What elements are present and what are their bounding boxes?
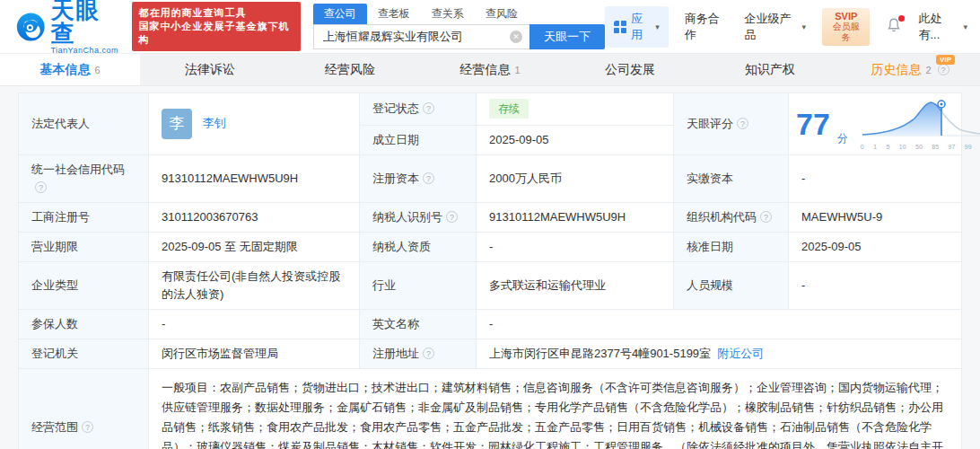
table-row: 登记机关 闵行区市场监督管理局 注册地址? 上海市闵行区申昆路2377号4幢90… [19,339,962,369]
tab-label: 法律诉讼 [185,62,235,78]
enterprise-products-label: 企业级产品 [744,11,798,43]
insured-count-label-cell: 参保人数 [19,310,149,339]
username-label: 此处有... [918,11,959,43]
tab-label: 知识产权 [745,62,795,78]
taxpayer-quality-label-cell: 纳税人资质 [360,233,477,262]
approval-date-label-cell: 核准日期 [674,233,789,262]
reg-status-label-cell: 登记状态? [360,93,477,126]
taxpayer-quality-value-cell: - [477,233,674,262]
staff-size-value-cell: - [789,262,962,310]
search-tab-relation[interactable]: 查关系 [421,4,475,24]
help-icon[interactable]: ? [423,102,434,114]
apps-label: 应用 [631,11,651,43]
reg-address-value-cell: 上海市闵行区申昆路2377号4幢901-5199室 附近公司 [477,339,962,369]
help-icon[interactable]: ? [737,118,748,129]
user-account-menu[interactable]: 此处有... ▾ [918,11,967,43]
est-date-value-cell: 2025-09-05 [477,125,674,155]
avatar[interactable]: 李 [162,109,192,139]
help-icon[interactable]: ? [423,172,434,184]
tianyancha-logo-icon [16,12,45,42]
table-row: 营业期限 2025-09-05 至 无固定期限 纳税人资质 - 核准日期 202… [19,233,962,262]
help-icon[interactable]: ? [423,348,434,359]
tab-label: 经营信息 [459,62,510,78]
table-row: 经营范围? 一般项目：农副产品销售；货物进出口；技术进出口；建筑材料销售；信息咨… [19,369,962,449]
enterprise-products-menu[interactable]: 企业级产品 ▾ [744,11,806,43]
staff-size-label-cell: 人员规模 [674,262,789,310]
business-scope-label-cell: 经营范围? [19,369,149,449]
apps-menu-button[interactable]: 应用 ▾ [605,6,669,48]
tab-company-development[interactable]: 公司发展 [560,54,700,85]
company-type-label-cell: 企业类型 [19,262,149,310]
tab-business-info[interactable]: 经营信息 1 [420,54,560,85]
svip-label: SVIP [829,11,862,22]
insured-count-value-cell: - [149,310,360,339]
tab-legal-proceedings[interactable]: 法律诉讼 [140,54,280,85]
help-icon[interactable]: ? [446,211,458,223]
svip-member-button[interactable]: SVIP 会员服务 [822,8,870,46]
credit-code-value-cell: 91310112MAEWHW5U9H [149,155,360,203]
tianyancha-logo[interactable]: 天眼查 TianYanCha.com [16,0,123,55]
reg-authority-label-cell: 登记机关 [19,339,149,369]
legal-rep-link[interactable]: 李钊 [203,116,226,129]
legal-rep-value-cell: 李 李钊 [149,93,360,155]
score-label-cell: 天眼评分? [674,93,789,155]
tab-count: 1 [514,65,520,75]
reg-capital-value-cell: 2000万人民币 [477,155,674,203]
search-button[interactable]: 天眼一下 [529,24,605,49]
help-icon[interactable]: ? [82,421,93,433]
company-info-table: 法定代表人 李 李钊 登记状态? 存续 天眼评分? 77 分 [18,92,962,449]
brand-slogan: 都在用的商业查询工具 国家中小企业发展子基金旗下机构 [132,2,301,51]
help-icon[interactable]: ? [938,64,949,75]
industry-label-cell: 行业 [360,262,477,310]
english-name-value-cell: - [477,310,962,339]
taxpayer-id-value-cell: 91310112MAEWHW5U9H [477,203,674,233]
apps-grid-icon [614,21,626,33]
reg-status-value-cell: 存续 [477,93,674,126]
paid-capital-value-cell: - [789,155,962,203]
reg-capital-label-cell: 注册资本? [360,155,477,203]
reg-authority-value-cell: 闵行区市场监督管理局 [149,339,360,369]
top-header: 天眼查 TianYanCha.com 都在用的商业查询工具 国家中小企业发展子基… [0,0,980,54]
table-row: 企业类型 有限责任公司(非自然人投资或控股的法人独资) 行业 多式联运和运输代理… [19,262,962,310]
score-axis-ticks: 01 510 5085 9799 100 [861,144,980,151]
score-distribution-chart: 01 510 5085 9799 100 [859,97,980,151]
tab-intellectual-property[interactable]: 知识产权 [700,54,840,85]
logo-cn-text: 天眼查 [50,0,122,45]
tab-history-info[interactable]: 历史信息 2 ? VIP [840,54,980,85]
business-scope-value-cell: 一般项目：农副产品销售；货物进出口；技术进出口；建筑材料销售；信息咨询服务（不含… [149,369,962,449]
reg-address-label-cell: 注册地址? [360,339,477,369]
svip-service-label: 会员服务 [829,22,862,43]
help-icon[interactable]: ? [760,211,772,223]
reg-number-label-cell: 工商注册号 [19,203,149,233]
company-section-tabs: 基本信息 6 法律诉讼 经营风险 经营信息 1 公司发展 知识产权 历史信息 2… [0,54,980,86]
taxpayer-id-label-cell: 纳税人识别号? [360,203,477,233]
tab-label: 基本信息 [39,62,90,78]
paid-capital-label-cell: 实缴资本 [674,155,789,203]
clear-search-icon[interactable]: ✕ [510,31,522,43]
score-value: 77 [796,109,830,139]
tab-basic-info[interactable]: 基本信息 6 [0,54,140,85]
table-row: 工商注册号 310112003670763 纳税人识别号? 91310112MA… [19,203,962,233]
search-tab-risk[interactable]: 查风险 [475,4,529,24]
tab-count: 2 [925,65,931,75]
business-cooperation-link[interactable]: 商务合作 [685,11,729,43]
search-input[interactable] [313,24,529,49]
help-icon[interactable]: ? [35,181,47,193]
biz-term-label-cell: 营业期限 [19,233,149,262]
chevron-down-icon: ▾ [655,22,660,31]
nearby-companies-link[interactable]: 附近公司 [717,347,764,360]
tab-operating-risk[interactable]: 经营风险 [280,54,420,85]
org-code-value-cell: MAEWHW5U-9 [789,203,962,233]
company-type-value-cell: 有限责任公司(非自然人投资或控股的法人独资) [149,262,360,310]
score-value-cell: 77 分 01 [789,93,962,155]
credit-code-label-cell: 统一社会信用代码? [19,155,149,203]
search-tab-company[interactable]: 查公司 [313,4,367,24]
legal-rep-label-cell: 法定代表人 [19,93,149,155]
table-row: 参保人数 - 英文名称 - [19,310,962,339]
industry-value-cell: 多式联运和运输代理业 [477,262,674,310]
search-tabs: 查公司 查老板 查关系 查风险 [313,4,605,24]
notification-bell-button[interactable] [886,17,902,36]
basic-info-section: 法定代表人 李 李钊 登记状态? 存续 天眼评分? 77 分 [0,86,980,449]
chevron-down-icon: ▾ [802,22,807,31]
search-tab-boss[interactable]: 查老板 [367,4,421,24]
